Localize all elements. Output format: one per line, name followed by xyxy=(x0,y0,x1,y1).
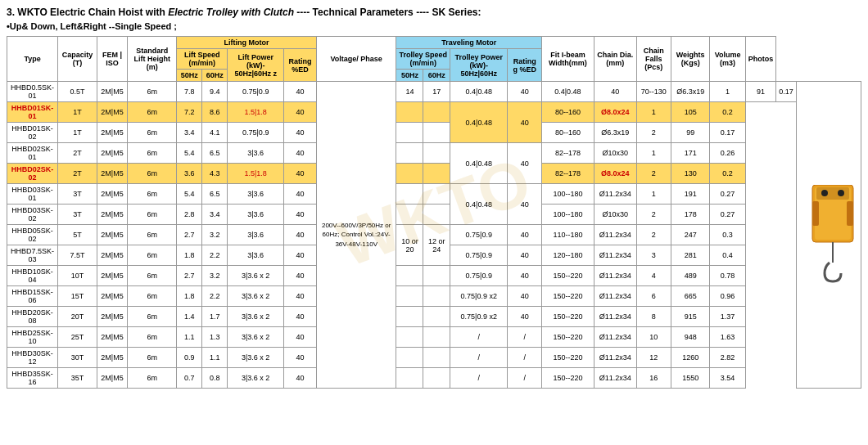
table-cell: 1260 xyxy=(671,348,709,368)
table-cell: 2.82 xyxy=(710,348,746,368)
table-cell: 2M|M5 xyxy=(97,143,128,164)
table-cell: Ø6.3x19 xyxy=(671,82,709,102)
table-cell: 6m xyxy=(128,368,177,389)
table-cell: Ø6.3x19 xyxy=(594,123,636,143)
table-cell xyxy=(423,102,450,123)
table-cell: / xyxy=(508,327,542,348)
table-cell xyxy=(396,286,423,307)
table-cell: 1 xyxy=(636,184,671,205)
table-cell: 2M|M5 xyxy=(97,348,128,368)
table-row: HHBD25SK-1025T2M|M56m1.11.33|3.6 x 240//… xyxy=(7,327,861,348)
table-cell: 2 xyxy=(636,123,671,143)
table-cell: 6m xyxy=(128,82,177,102)
table-cell: 5.4 xyxy=(177,143,202,164)
table-cell: 1.1 xyxy=(202,348,228,368)
table-cell: 3|3.6 x 2 xyxy=(228,368,283,389)
table-cell: Ø11.2x34 xyxy=(594,327,636,348)
table-cell: 0.9 xyxy=(177,348,202,368)
table-cell: 1.4 xyxy=(177,307,202,327)
table-cell: HHBD03SK-02 xyxy=(7,205,58,225)
table-cell: 0.96 xyxy=(710,286,746,307)
table-cell: 3|3.6 x 2 xyxy=(228,266,283,286)
table-cell: 2M|M5 xyxy=(97,123,128,143)
table-cell: 1550 xyxy=(671,368,709,389)
table-cell: / xyxy=(508,368,542,389)
table-cell xyxy=(423,205,450,225)
table-cell: 0.2 xyxy=(710,102,746,123)
table-row: HHBD03SK-013T2M|M56m5.46.53|3.6400.4|0.4… xyxy=(7,184,861,205)
table-cell: 3.4 xyxy=(177,123,202,143)
table-cell: Ø10x30 xyxy=(594,205,636,225)
table-cell: 40 xyxy=(283,82,316,102)
col-ls-60hz: 60Hz xyxy=(202,70,228,82)
table-cell: 100--180 xyxy=(542,205,594,225)
table-cell: 0.17 xyxy=(710,123,746,143)
table-cell: 82--178 xyxy=(542,164,594,184)
ts50-cell-7: 10 or 20 xyxy=(396,225,423,266)
table-cell: HHBD01SK-01 xyxy=(7,102,58,123)
table-cell: 80--160 xyxy=(542,102,594,123)
table-cell: Ø11.2x34 xyxy=(594,225,636,245)
table-cell: HHBD15SK-06 xyxy=(7,286,58,307)
table-row: HHBD30SK-1230T2M|M56m0.91.13|3.6 x 240//… xyxy=(7,348,861,368)
table-cell: 3|3.6 xyxy=(228,225,283,245)
tp-cell-1: 0.4|0.48 xyxy=(450,102,508,143)
table-cell: 2M|M5 xyxy=(97,368,128,389)
table-cell: 40 xyxy=(283,307,316,327)
table-cell: 40 xyxy=(508,82,542,102)
table-cell: 3|3.6 xyxy=(228,184,283,205)
table-cell: Ø11.2x34 xyxy=(594,266,636,286)
table-cell: 3.6 xyxy=(177,164,202,184)
table-cell: Ø11.2x34 xyxy=(594,368,636,389)
table-cell: 3T xyxy=(58,184,97,205)
table-cell: 281 xyxy=(671,245,709,266)
table-cell xyxy=(396,266,423,286)
table-cell: 6m xyxy=(128,307,177,327)
table-cell: 1 xyxy=(636,102,671,123)
table-cell: 0.8 xyxy=(202,368,228,389)
table-cell: 40 xyxy=(508,307,542,327)
table-cell: 2M|M5 xyxy=(97,82,128,102)
table-cell: 40 xyxy=(283,327,316,348)
table-cell: 1.7 xyxy=(202,307,228,327)
table-cell: 40 xyxy=(594,82,636,102)
table-cell: 12 xyxy=(636,348,671,368)
table-cell xyxy=(423,286,450,307)
table-cell: HHBD05SK-02 xyxy=(7,225,58,245)
table-cell: 2M|M5 xyxy=(97,205,128,225)
table-cell: 1.5|1.8 xyxy=(228,102,283,123)
table-row: HHBD20SK-0820T2M|M56m1.41.73|3.6 x 2400.… xyxy=(7,307,861,327)
main-table: Type Capacity (T) FEM | ISO Standard Lif… xyxy=(7,36,861,389)
table-cell: 150--220 xyxy=(542,286,594,307)
table-cell xyxy=(396,102,423,123)
table-cell: 0.17 xyxy=(776,82,797,102)
table-cell: 0.4 xyxy=(710,245,746,266)
table-cell: 5T xyxy=(58,225,97,245)
table-cell: 10 xyxy=(636,327,671,348)
table-cell: / xyxy=(450,368,508,389)
table-cell: 25T xyxy=(58,327,97,348)
table-cell: 40 xyxy=(508,225,542,245)
table-cell: 6m xyxy=(128,184,177,205)
table-cell: 2M|M5 xyxy=(97,266,128,286)
table-cell: 6m xyxy=(128,143,177,164)
table-cell: 0.26 xyxy=(710,143,746,164)
table-cell: 4.3 xyxy=(202,164,228,184)
table-row: HHBD05SK-025T2M|M56m2.73.23|3.64010 or 2… xyxy=(7,225,861,245)
photo-cell xyxy=(796,82,861,389)
page-title: 3. WKTO Electric Chain Hoist with Electr… xyxy=(7,7,861,18)
table-cell xyxy=(423,123,450,143)
table-row: HHBD01SK-011T2M|M56m7.28.61.5|1.8400.4|0… xyxy=(7,102,861,123)
col-ls-50hz: 50Hz xyxy=(177,70,202,82)
table-cell: 1.5|1.8 xyxy=(228,164,283,184)
table-cell: 1.8 xyxy=(177,245,202,266)
table-cell: 2M|M5 xyxy=(97,327,128,348)
table-cell xyxy=(396,123,423,143)
table-row: HHBD01SK-021T2M|M56m3.44.10.75|0.94080--… xyxy=(7,123,861,143)
table-row: HHBD35SK-1635T2M|M56m0.70.83|3.6 x 240//… xyxy=(7,368,861,389)
col-stdlift: Standard Lift Height (m) xyxy=(128,37,177,82)
table-cell: 6.5 xyxy=(202,184,228,205)
table-cell: 6m xyxy=(128,123,177,143)
col-trolley-power: Trolley Power (kW)- 50Hz|60Hz xyxy=(450,49,508,82)
table-cell: 2 xyxy=(636,205,671,225)
